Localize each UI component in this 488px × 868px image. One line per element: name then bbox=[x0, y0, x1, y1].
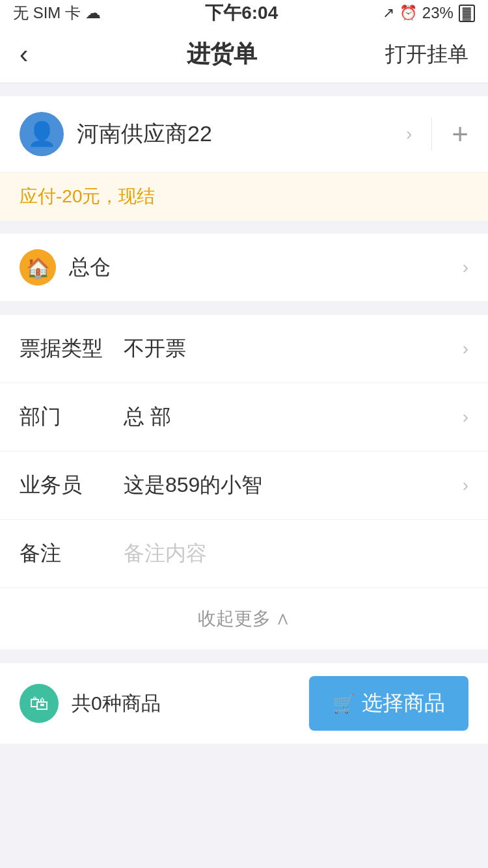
battery-text: 23% bbox=[422, 4, 454, 22]
warehouse-row[interactable]: 🏠 总仓 › bbox=[0, 234, 488, 302]
add-supplier-button[interactable]: + bbox=[452, 120, 468, 148]
battery-icon: ▓ bbox=[459, 5, 475, 22]
ticket-type-value: 不开票 bbox=[124, 334, 463, 363]
salesperson-value: 这是859的小智 bbox=[124, 471, 463, 500]
supplier-name: 河南供应商22 bbox=[77, 119, 406, 149]
form-row-department[interactable]: 部门 总 部 › bbox=[0, 383, 488, 452]
ticket-type-label: 票据类型 bbox=[20, 334, 124, 363]
gap-2 bbox=[0, 221, 488, 234]
select-product-button[interactable]: 🛒 选择商品 bbox=[309, 676, 468, 731]
status-time: 下午6:04 bbox=[205, 1, 278, 25]
shopping-bag-icon: 🛍 bbox=[29, 692, 49, 714]
status-right: ↗ ⏰ 23% ▓ bbox=[383, 4, 475, 22]
remark-input[interactable]: 备注内容 bbox=[124, 539, 468, 568]
supplier-section: 👤 河南供应商22 › + 应付-20元，现结 bbox=[0, 96, 488, 221]
product-icon-circle: 🛍 bbox=[20, 684, 59, 723]
salesperson-chevron-right-icon: › bbox=[463, 475, 468, 496]
page-title: 进货单 bbox=[187, 38, 257, 70]
signal-text: 无 SIM 卡 ☁ bbox=[13, 3, 101, 23]
department-chevron-right-icon: › bbox=[463, 407, 468, 427]
open-pending-button[interactable]: 打开挂单 bbox=[385, 40, 468, 69]
form-row-remark[interactable]: 备注 备注内容 bbox=[0, 520, 488, 588]
product-count-label: 共0种商品 bbox=[72, 690, 309, 717]
form-row-ticket-type[interactable]: 票据类型 不开票 › bbox=[0, 315, 488, 383]
salesperson-label: 业务员 bbox=[20, 471, 124, 500]
product-bar: 🛍 共0种商品 🛒 选择商品 bbox=[0, 662, 488, 744]
nav-bar: ‹ 进货单 打开挂单 bbox=[0, 26, 488, 83]
form-row-salesperson[interactable]: 业务员 这是859的小智 › bbox=[0, 452, 488, 520]
cart-icon: 🛒 bbox=[332, 693, 355, 714]
warehouse-chevron-right-icon: › bbox=[463, 257, 468, 278]
warehouse-icon-circle: 🏠 bbox=[20, 249, 56, 286]
vertical-divider bbox=[431, 118, 432, 150]
notice-bar: 应付-20元，现结 bbox=[0, 172, 488, 221]
location-icon: ↗ bbox=[383, 5, 394, 21]
remark-label: 备注 bbox=[20, 539, 124, 568]
warehouse-icon: 🏠 bbox=[26, 256, 50, 279]
avatar: 👤 bbox=[20, 112, 64, 156]
back-button[interactable]: ‹ bbox=[20, 40, 59, 69]
alarm-icon: ⏰ bbox=[400, 5, 417, 21]
supplier-row[interactable]: 👤 河南供应商22 › + bbox=[0, 96, 488, 172]
form-section: 票据类型 不开票 › 部门 总 部 › 业务员 这是859的小智 › 备注 备注… bbox=[0, 315, 488, 649]
person-icon: 👤 bbox=[27, 120, 57, 148]
gap-4 bbox=[0, 649, 488, 662]
warehouse-name: 总仓 bbox=[69, 253, 463, 282]
department-value: 总 部 bbox=[124, 403, 463, 431]
department-label: 部门 bbox=[20, 403, 124, 431]
gap-1 bbox=[0, 83, 488, 96]
select-product-label: 选择商品 bbox=[362, 689, 445, 718]
collapse-toggle-button[interactable]: 收起更多 ∧ bbox=[0, 588, 488, 649]
status-bar: 无 SIM 卡 ☁ 下午6:04 ↗ ⏰ 23% ▓ bbox=[0, 0, 488, 26]
supplier-chevron-right-icon: › bbox=[406, 124, 412, 144]
body-background bbox=[0, 744, 488, 868]
gap-3 bbox=[0, 302, 488, 315]
ticket-type-chevron-right-icon: › bbox=[463, 338, 468, 359]
status-left: 无 SIM 卡 ☁ bbox=[13, 3, 101, 23]
